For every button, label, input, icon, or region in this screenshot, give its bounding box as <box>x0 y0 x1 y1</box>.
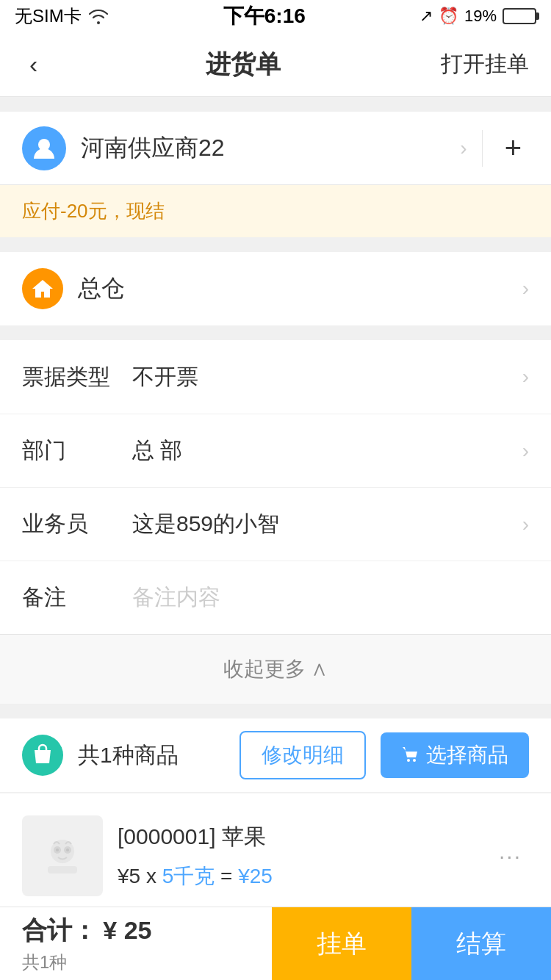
divider-2 <box>0 237 551 252</box>
warehouse-chevron-icon: › <box>522 277 529 300</box>
nav-bar: ‹ 进货单 打开挂单 <box>0 32 551 97</box>
salesman-row[interactable]: 业务员 这是859的小智 › <box>0 487 551 561</box>
remark-input[interactable]: 备注内容 <box>125 583 529 613</box>
collapse-more-button[interactable]: 收起更多 ∧ <box>0 634 551 704</box>
warehouse-row[interactable]: 总仓 › <box>0 252 551 325</box>
divider-1 <box>0 97 551 112</box>
divider-3 <box>0 325 551 340</box>
supplier-section: 河南供应商22 › + 应付-20元，现结 <box>0 112 551 237</box>
total-value: ¥25 <box>238 865 273 887</box>
department-row[interactable]: 部门 总 部 › <box>0 414 551 487</box>
products-header: 共1种商品 修改明细 选择商品 <box>0 718 551 792</box>
supplier-name: 河南供应商22 <box>81 132 453 165</box>
quantity-value: 5千克 <box>162 865 215 887</box>
department-label: 部门 <box>22 436 125 466</box>
location-icon: ↗ <box>419 7 433 26</box>
product-thumbnail <box>22 815 103 896</box>
product-info: [0000001] 苹果 ¥5 x 5千克 = ¥25 <box>118 822 477 890</box>
avatar-icon <box>31 135 57 162</box>
product-placeholder-icon <box>40 834 84 878</box>
svg-point-1 <box>407 759 410 762</box>
edit-detail-button[interactable]: 修改明细 <box>240 731 366 779</box>
supplier-row[interactable]: 河南供应商22 › + <box>0 112 551 185</box>
status-bar-time: 下午6:16 <box>223 2 306 30</box>
warehouse-section: 总仓 › <box>0 252 551 325</box>
suspend-button[interactable]: 挂单 <box>272 907 411 981</box>
bottom-summary: 合计： ¥ 25 共1种 挂单 结算 <box>0 907 551 980</box>
remark-row[interactable]: 备注 备注内容 <box>0 561 551 634</box>
invoice-type-value: 不开票 <box>125 362 515 392</box>
svg-point-2 <box>413 759 416 762</box>
battery-icon <box>503 8 536 24</box>
summary-total: 合计： ¥ 25 <box>22 914 250 948</box>
carrier-label: 无SIM卡 <box>15 4 82 28</box>
remark-label: 备注 <box>22 583 125 613</box>
invoice-type-label: 票据类型 <box>22 362 125 392</box>
department-chevron-icon: › <box>522 439 529 463</box>
salesman-chevron-icon: › <box>522 513 529 536</box>
warehouse-icon <box>22 268 63 309</box>
svg-rect-8 <box>48 866 77 873</box>
summary-count: 共1种 <box>22 951 250 974</box>
page-title: 进货单 <box>206 48 281 82</box>
status-bar-left: 无SIM卡 <box>15 4 109 28</box>
products-count-label: 共1种商品 <box>78 741 225 771</box>
supplier-avatar <box>22 126 66 170</box>
price-equals: = <box>220 865 238 887</box>
back-button[interactable]: ‹ <box>22 43 45 86</box>
total-amount: ¥ 25 <box>103 916 151 944</box>
status-bar: 无SIM卡 下午6:16 ↗ ⏰ 19% <box>0 0 551 32</box>
warning-banner: 应付-20元，现结 <box>0 185 551 237</box>
salesman-value: 这是859的小智 <box>125 509 515 539</box>
warehouse-name: 总仓 <box>78 273 515 305</box>
content-area: 河南供应商22 › + 应付-20元，现结 总仓 › 票据类型 不开票 › <box>0 97 551 980</box>
divider-4 <box>0 704 551 718</box>
product-name: [0000001] 苹果 <box>118 822 477 852</box>
supplier-chevron-icon: › <box>460 137 467 160</box>
product-price: ¥5 x 5千克 = ¥25 <box>118 862 477 890</box>
cart-icon <box>401 746 420 765</box>
select-product-label: 选择商品 <box>426 741 508 769</box>
invoice-chevron-icon: › <box>522 365 529 389</box>
product-id: [0000001] <box>118 824 222 849</box>
bag-icon <box>30 743 55 768</box>
add-button[interactable]: + <box>497 124 529 172</box>
price-value: ¥5 <box>118 865 140 887</box>
checkout-button[interactable]: 结算 <box>411 907 551 981</box>
supplier-divider <box>482 130 483 167</box>
product-item: [0000001] 苹果 ¥5 x 5千克 = ¥25 ··· <box>0 793 551 918</box>
invoice-type-row[interactable]: 票据类型 不开票 › <box>0 340 551 414</box>
house-icon <box>31 277 54 300</box>
battery-percent: 19% <box>464 7 497 26</box>
svg-point-6 <box>56 849 59 851</box>
summary-info: 合计： ¥ 25 共1种 <box>0 914 272 974</box>
price-multiply: x <box>146 865 162 887</box>
select-product-button[interactable]: 选择商品 <box>381 732 529 778</box>
open-pending-button[interactable]: 打开挂单 <box>441 49 529 79</box>
alarm-icon: ⏰ <box>439 7 458 26</box>
svg-point-7 <box>66 849 69 851</box>
form-section: 票据类型 不开票 › 部门 总 部 › 业务员 这是859的小智 › 备注 备注… <box>0 340 551 704</box>
salesman-label: 业务员 <box>22 509 125 539</box>
status-bar-right: ↗ ⏰ 19% <box>419 7 536 26</box>
products-icon <box>22 735 63 776</box>
total-label: 合计： <box>22 916 97 944</box>
product-more-button[interactable]: ··· <box>491 836 529 876</box>
wifi-icon <box>87 8 109 24</box>
department-value: 总 部 <box>125 436 515 466</box>
